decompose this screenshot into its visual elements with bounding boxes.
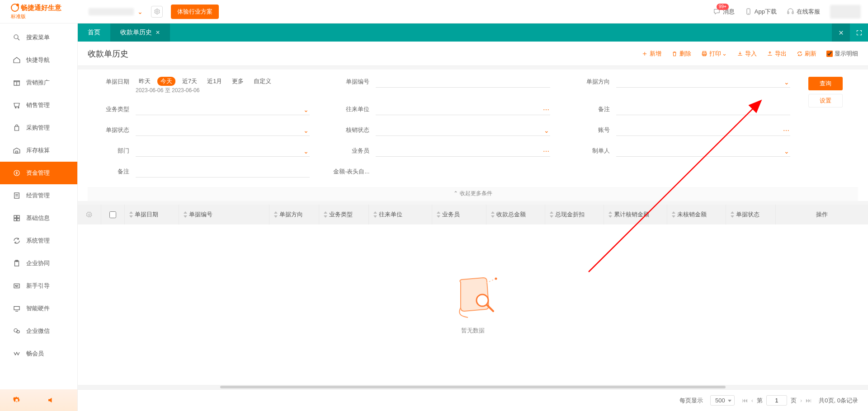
- sidebar-item-search-menu[interactable]: 搜索菜单: [0, 26, 77, 49]
- show-detail-toggle[interactable]: 显示明细: [826, 50, 858, 58]
- import-button[interactable]: 导入: [737, 50, 757, 58]
- col-biz-type[interactable]: 业务类型: [319, 205, 369, 224]
- plus-icon: [642, 51, 648, 57]
- brand-sub: 标准版: [11, 13, 26, 20]
- detail-checkbox[interactable]: [826, 51, 833, 57]
- sidebar-item-hardware[interactable]: 智能硬件: [0, 297, 77, 320]
- table-settings-button[interactable]: [78, 205, 101, 224]
- direction-select[interactable]: ⌄: [616, 77, 790, 88]
- page-next-button[interactable]: ›: [800, 397, 802, 404]
- col-partner[interactable]: 往来单位: [369, 205, 432, 224]
- online-service-button[interactable]: 在线客服: [787, 8, 820, 16]
- user-avatar[interactable]: [830, 5, 861, 19]
- print-button[interactable]: 打印⌄: [701, 50, 727, 58]
- chevron-down-icon: ⌄: [137, 8, 143, 15]
- action-label: 刷新: [805, 50, 816, 58]
- col-doc-status[interactable]: 单据状态: [726, 205, 776, 224]
- tab-close-all-button[interactable]: [832, 23, 850, 42]
- partner-input[interactable]: ⋯: [376, 104, 550, 115]
- per-page-select[interactable]: 500: [710, 395, 735, 406]
- date-tab-yesterday[interactable]: 昨天: [136, 77, 154, 86]
- col-unverified-amount[interactable]: 未核销金额: [667, 205, 726, 224]
- export-button[interactable]: 导出: [767, 50, 787, 58]
- svg-point-26: [17, 331, 19, 333]
- action-label: 新增: [650, 50, 661, 58]
- collapse-filters-button[interactable]: ⌃ 收起更多条件: [88, 187, 858, 201]
- sidebar-item-collab[interactable]: 企业协同: [0, 252, 77, 275]
- speaker-icon[interactable]: [47, 396, 55, 404]
- select-all-checkbox[interactable]: [101, 205, 125, 224]
- messages-button[interactable]: 99+ 消息: [713, 8, 735, 16]
- page-input[interactable]: [766, 395, 787, 406]
- sidebar-item-quick-nav[interactable]: 快捷导航: [0, 49, 77, 71]
- collapse-icon: ⌃: [453, 190, 458, 196]
- sidebar-item-marketing[interactable]: 营销推广: [0, 71, 77, 94]
- sidebar-item-purchase[interactable]: 采购管理: [0, 117, 77, 139]
- page-last-button[interactable]: ⏭: [806, 397, 811, 404]
- filter-settings-button[interactable]: 设置: [808, 94, 843, 107]
- sidebar-item-system[interactable]: 系统管理: [0, 229, 77, 252]
- settings-gear-button[interactable]: [151, 6, 163, 18]
- org-selector[interactable]: ⌄: [89, 8, 143, 15]
- svg-point-37: [495, 277, 497, 280]
- tab-label: 收款单历史: [120, 28, 152, 37]
- col-total-amount[interactable]: 收款总金额: [486, 205, 545, 224]
- col-cash-discount[interactable]: 总现金折扣: [545, 205, 604, 224]
- sidebar-item-sales[interactable]: 销售管理: [0, 94, 77, 117]
- sidebar-item-wechat[interactable]: 企业微信: [0, 320, 77, 342]
- date-tab-more[interactable]: 更多: [229, 77, 247, 86]
- search-icon: [13, 33, 21, 42]
- col-direction[interactable]: 单据方向: [269, 205, 319, 224]
- verify-status-select[interactable]: ⌄: [376, 125, 550, 136]
- sidebar-item-guide[interactable]: 新手引导: [0, 275, 77, 297]
- table-header: 单据日期 单据编号 单据方向 业务类型 往来单位 业务员 收款总金额 总现金折扣…: [78, 205, 868, 224]
- sidebar-item-vip[interactable]: 畅会员: [0, 342, 77, 365]
- col-doc-date[interactable]: 单据日期: [125, 205, 179, 224]
- gear-icon[interactable]: [13, 396, 21, 404]
- refresh-button[interactable]: 刷新: [797, 50, 816, 58]
- query-button[interactable]: 查询: [808, 77, 843, 90]
- sidebar-item-inventory[interactable]: 库存核算: [0, 139, 77, 162]
- tab-receipt-history[interactable]: 收款单历史 ✕: [110, 23, 170, 42]
- col-operator[interactable]: 业务员: [432, 205, 486, 224]
- date-tab-custom[interactable]: 自定义: [250, 77, 274, 86]
- add-button[interactable]: 新增: [642, 50, 661, 58]
- doc-status-select[interactable]: ⌄: [136, 125, 310, 136]
- delete-button[interactable]: 删除: [671, 50, 691, 58]
- page-prev-button[interactable]: ‹: [751, 397, 753, 404]
- col-doc-no[interactable]: 单据编号: [179, 205, 269, 224]
- biz-type-select[interactable]: ⌄: [136, 104, 310, 115]
- app-download-button[interactable]: App下载: [745, 8, 777, 16]
- col-label: 总现金折扣: [555, 210, 585, 219]
- more-icon[interactable]: ⋯: [543, 106, 549, 113]
- svg-rect-19: [17, 219, 19, 221]
- creator-select[interactable]: ⌄: [616, 146, 790, 157]
- sidebar-item-basic-info[interactable]: 基础信息: [0, 207, 77, 229]
- account-input[interactable]: ⋯: [616, 125, 790, 136]
- more-icon[interactable]: ⋯: [543, 148, 549, 155]
- sidebar-item-funds[interactable]: 资金管理: [0, 162, 77, 184]
- filter-label-verify-status: 核销状态: [328, 125, 369, 134]
- sidebar-item-business[interactable]: 经营管理: [0, 184, 77, 207]
- date-tab-today[interactable]: 今天: [157, 77, 175, 86]
- close-icon[interactable]: ✕: [156, 29, 160, 36]
- gear-icon: [86, 211, 93, 218]
- svg-rect-13: [14, 193, 19, 198]
- doc-no-input[interactable]: [376, 77, 550, 88]
- col-verified-amount[interactable]: 累计核销金额: [604, 205, 667, 224]
- horizontal-scrollbar[interactable]: [78, 385, 868, 389]
- date-tab-7days[interactable]: 近7天: [179, 77, 200, 86]
- fullscreen-button[interactable]: [850, 23, 868, 42]
- more-icon[interactable]: ⋯: [783, 127, 789, 134]
- remark2-input[interactable]: [136, 167, 310, 177]
- chevron-down-icon: ⌄: [784, 79, 789, 86]
- remark1-input[interactable]: [616, 104, 790, 115]
- data-table: 单据日期 单据编号 单据方向 业务类型 往来单位 业务员 收款总金额 总现金折扣…: [78, 205, 868, 411]
- page-first-button[interactable]: ⏮: [742, 397, 748, 404]
- date-tab-1month[interactable]: 近1月: [204, 77, 225, 86]
- experience-plan-button[interactable]: 体验行业方案: [171, 5, 219, 19]
- tab-home[interactable]: 首页: [78, 23, 110, 42]
- operator-input[interactable]: ⋯: [376, 146, 550, 157]
- dept-select[interactable]: ⌄: [136, 146, 310, 157]
- action-label: 显示明细: [835, 50, 858, 58]
